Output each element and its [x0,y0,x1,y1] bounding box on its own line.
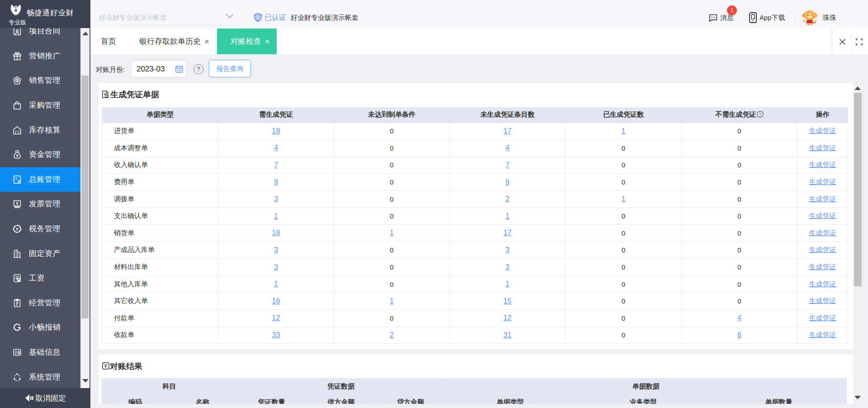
svg-text:企: 企 [255,14,261,19]
svg-text:?: ? [759,112,761,117]
